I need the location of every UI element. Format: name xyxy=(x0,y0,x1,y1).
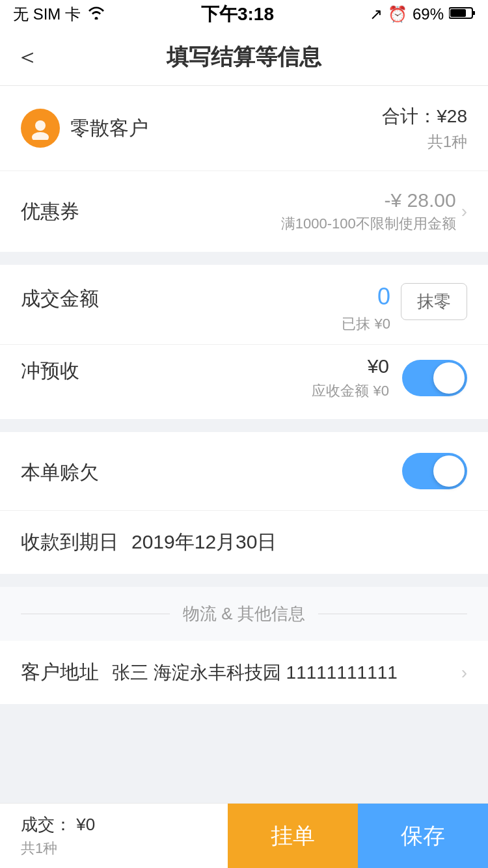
logistics-line-left xyxy=(21,614,170,614)
address-value: 张三 海淀永丰科技园 11111111111 xyxy=(112,660,461,685)
debt-label: 本单赊欠 xyxy=(21,457,99,486)
charge-main: ¥0 xyxy=(312,355,389,377)
status-left: 无 SIM 卡 xyxy=(13,4,105,25)
due-row: 收款到期日 2019年12月30日 xyxy=(0,510,488,574)
alarm-icon: ⏰ xyxy=(388,5,407,23)
address-row[interactable]: 客户地址 张三 海淀永丰科技园 11111111111 › xyxy=(0,641,488,704)
coupon-discount: -¥ 28.00 满1000-100不限制使用金额 xyxy=(281,189,456,234)
customer-name: 零散客户 xyxy=(70,115,148,142)
logistics-title: 物流 & 其他信息 xyxy=(183,603,305,625)
toggle-knob xyxy=(433,362,465,394)
customer-right: 合计：¥28 共1种 xyxy=(382,104,467,152)
coupon-amount: -¥ 28.00 xyxy=(281,189,456,211)
address-label: 客户地址 xyxy=(21,659,99,686)
customer-section: 零散客户 合计：¥28 共1种 优惠券 -¥ 28.00 满1000-100不限… xyxy=(0,86,488,252)
status-right: ↗ ⏰ 69% xyxy=(370,5,475,23)
chevron-right-icon: › xyxy=(461,201,467,222)
page-title: 填写结算等信息 xyxy=(167,42,321,72)
save-button[interactable]: 保存 xyxy=(358,804,488,869)
debt-section: 本单赊欠 收款到期日 2019年12月30日 xyxy=(0,432,488,574)
debt-toggle[interactable] xyxy=(402,453,467,489)
charge-toggle[interactable] xyxy=(402,360,467,396)
location-icon: ↗ xyxy=(370,5,383,23)
charge-label: 冲预收 xyxy=(21,355,79,385)
coupon-right: -¥ 28.00 满1000-100不限制使用金额 › xyxy=(281,189,467,234)
coupon-label: 优惠券 xyxy=(21,198,79,225)
battery-text: 69% xyxy=(413,5,444,23)
coupon-desc: 满1000-100不限制使用金额 xyxy=(281,214,456,234)
logistics-header: 物流 & 其他信息 xyxy=(0,587,488,641)
transaction-section: 成交金额 0 已抹 ¥0 抹零 冲预收 ¥0 应收金额 ¥0 xyxy=(0,265,488,419)
round-off-button[interactable]: 抹零 xyxy=(401,283,467,320)
due-value: 2019年12月30日 xyxy=(131,529,277,556)
logistics-section: 物流 & 其他信息 客户地址 张三 海淀永丰科技园 11111111111 › xyxy=(0,587,488,704)
logistics-title-row: 物流 & 其他信息 xyxy=(21,603,467,625)
logistics-line-right xyxy=(318,614,467,614)
status-bar: 无 SIM 卡 下午3:18 ↗ ⏰ 69% xyxy=(0,0,488,29)
transaction-amount-col: 0 已抹 ¥0 xyxy=(342,283,390,334)
charge-right: ¥0 应收金额 ¥0 xyxy=(312,355,467,401)
hang-button[interactable]: 挂单 xyxy=(228,804,358,869)
coupon-row[interactable]: 优惠券 -¥ 28.00 满1000-100不限制使用金额 › xyxy=(0,170,488,252)
bottom-info: 成交： ¥0 共1种 xyxy=(0,813,228,858)
customer-avatar xyxy=(21,109,60,148)
charge-sub: 应收金额 ¥0 xyxy=(312,381,389,401)
wifi-icon xyxy=(87,5,105,23)
charge-amounts: ¥0 应收金额 ¥0 xyxy=(312,355,389,401)
customer-total: 合计：¥28 xyxy=(382,104,467,129)
svg-rect-2 xyxy=(450,9,466,17)
customer-row[interactable]: 零散客户 合计：¥28 共1种 xyxy=(0,86,488,170)
bottom-bar: 成交： ¥0 共1种 挂单 保存 xyxy=(0,803,488,868)
nav-bar: ＜ 填写结算等信息 xyxy=(0,29,488,86)
svg-rect-1 xyxy=(472,11,475,15)
bottom-count: 共1种 xyxy=(21,839,207,858)
customer-left: 零散客户 xyxy=(21,109,148,148)
due-label: 收款到期日 xyxy=(21,529,118,556)
battery-icon xyxy=(449,5,475,23)
transaction-value: 0 xyxy=(342,283,390,310)
debt-row: 本单赊欠 xyxy=(0,432,488,510)
customer-count: 共1种 xyxy=(382,131,467,152)
debt-toggle-knob xyxy=(433,455,465,487)
no-sim-text: 无 SIM 卡 xyxy=(13,4,81,25)
transaction-label: 成交金额 xyxy=(21,283,99,312)
address-chevron-icon: › xyxy=(461,662,467,683)
transaction-row: 成交金额 0 已抹 ¥0 抹零 xyxy=(0,265,488,344)
transaction-right: 0 已抹 ¥0 抹零 xyxy=(342,283,467,334)
svg-point-4 xyxy=(32,132,49,140)
svg-point-3 xyxy=(35,120,46,131)
status-time: 下午3:18 xyxy=(201,2,274,27)
back-button[interactable]: ＜ xyxy=(16,41,39,73)
bottom-deal: 成交： ¥0 xyxy=(21,813,207,836)
charge-row: 冲预收 ¥0 应收金额 ¥0 xyxy=(0,344,488,419)
transaction-sub: 已抹 ¥0 xyxy=(342,314,390,334)
